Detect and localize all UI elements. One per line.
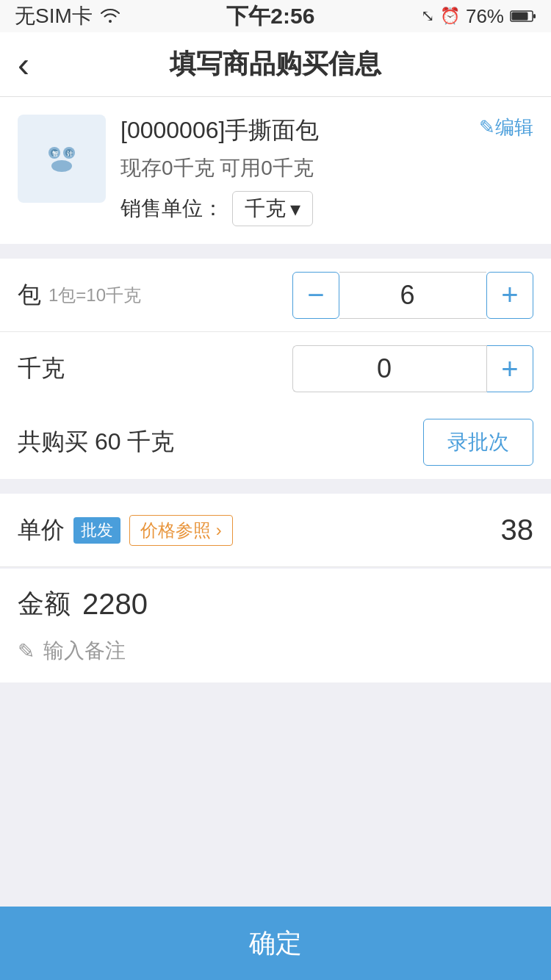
price-section: 单价 批发 价格参照 › 38: [0, 494, 551, 567]
bag-input[interactable]: [339, 272, 486, 319]
svg-rect-2: [533, 14, 536, 18]
status-time: 下午2:56: [226, 1, 314, 32]
price-tag-pifa: 批发: [73, 517, 120, 544]
input-section: 包 1包=10千克 − + 千克 +: [0, 259, 551, 406]
product-unit-row: 销售单位： 千克 ▾: [120, 191, 533, 226]
location-icon: ⤡: [421, 7, 434, 26]
svg-rect-1: [512, 12, 528, 20]
bag-label: 包: [18, 279, 41, 311]
total-text: 共购买 60 千克: [18, 426, 174, 458]
amount-section: 金额 2280 ✎ 输入备注: [0, 569, 551, 682]
amount-label: 金额: [18, 586, 71, 622]
price-left: 单价 批发 价格参照 ›: [18, 514, 233, 547]
battery-text: 76%: [466, 5, 504, 28]
bag-input-row: 包 1包=10千克 − +: [0, 259, 551, 332]
kg-controls: +: [292, 345, 533, 392]
total-row: 共购买 60 千克 录批次: [0, 406, 551, 479]
price-value: 38: [501, 514, 534, 547]
alarm-icon: ⏰: [440, 7, 460, 26]
kg-label: 千克: [18, 353, 65, 385]
svg-text:计: 计: [67, 151, 73, 157]
kg-plus-button[interactable]: +: [486, 345, 533, 392]
record-batch-button[interactable]: 录批次: [423, 419, 533, 466]
note-placeholder: 输入备注: [43, 637, 126, 665]
product-card: 智 计 [0000006]手撕面包 ✎编辑 现存0千克 可用0千克 销售单位： …: [0, 97, 551, 244]
unit-label: 销售单位：: [120, 195, 223, 223]
kg-input[interactable]: [292, 345, 486, 392]
product-stock: 现存0千克 可用0千克: [120, 154, 533, 182]
price-label: 单价: [18, 514, 65, 547]
unit-select[interactable]: 千克 ▾: [232, 191, 313, 226]
edit-link[interactable]: ✎编辑: [479, 115, 533, 140]
status-right: ⤡ ⏰ 76%: [421, 5, 536, 28]
svg-point-5: [51, 160, 72, 172]
kg-input-row: 千克 +: [0, 332, 551, 406]
price-row: 单价 批发 价格参照 › 38: [0, 494, 551, 567]
amount-value: 2280: [82, 588, 148, 621]
bag-sublabel: 1包=10千克: [48, 284, 292, 307]
back-button[interactable]: ‹: [18, 44, 29, 84]
amount-row: 金额 2280: [18, 586, 533, 622]
wifi-icon: [100, 4, 120, 28]
nav-bar: ‹ 填写商品购买信息: [0, 32, 551, 97]
product-name: [0000006]手撕面包: [120, 115, 319, 147]
confirm-button[interactable]: 确定: [0, 907, 551, 980]
unit-value: 千克: [245, 195, 286, 223]
battery-icon: [510, 5, 536, 28]
price-ref-button[interactable]: 价格参照 ›: [129, 515, 233, 546]
status-left: 无SIM卡: [15, 2, 120, 30]
product-thumbnail: 智 计: [18, 115, 106, 203]
page-title: 填写商品购买信息: [170, 46, 381, 82]
bag-minus-button[interactable]: −: [292, 272, 339, 319]
carrier-text: 无SIM卡: [15, 2, 93, 30]
section-gap-1: [0, 244, 551, 259]
bag-plus-button[interactable]: +: [486, 272, 533, 319]
note-row[interactable]: ✎ 输入备注: [18, 637, 533, 665]
unit-dropdown-icon: ▾: [290, 197, 300, 221]
section-gap-2: [0, 479, 551, 494]
pencil-icon: ✎: [18, 639, 35, 663]
product-info: [0000006]手撕面包 ✎编辑 现存0千克 可用0千克 销售单位： 千克 ▾: [120, 115, 533, 226]
status-bar: 无SIM卡 下午2:56 ⤡ ⏰ 76%: [0, 0, 551, 32]
bag-controls: − +: [292, 272, 533, 319]
svg-text:智: 智: [51, 151, 58, 157]
